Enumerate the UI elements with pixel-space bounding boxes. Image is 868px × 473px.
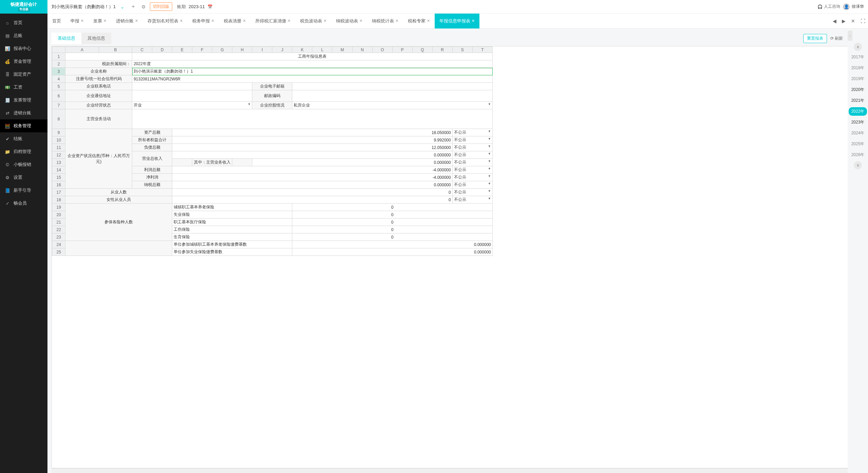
tab-close-icon[interactable]: ✕	[135, 19, 138, 23]
disclose-select[interactable]: 不公示	[452, 189, 492, 196]
cell[interactable]	[65, 53, 132, 60]
col-header[interactable]: B	[99, 47, 132, 53]
cell[interactable]: 0.000000	[292, 241, 493, 248]
holding-select[interactable]: 私营企业	[292, 102, 493, 109]
cell[interactable]	[132, 83, 252, 90]
cell[interactable]	[292, 90, 493, 102]
cell[interactable]	[65, 241, 172, 256]
row-header[interactable]: 21	[52, 219, 65, 226]
year-2018年[interactable]: 2018年	[849, 64, 867, 72]
col-header[interactable]: N	[352, 47, 372, 53]
cell[interactable]: 0	[292, 204, 493, 211]
row-header[interactable]: 10	[52, 136, 65, 144]
subtab-1[interactable]: 其他信息	[81, 33, 111, 44]
disclose-select[interactable]: 不公示	[452, 159, 492, 166]
tab-4[interactable]: 存货别名对照表✕	[143, 14, 188, 29]
tab-0[interactable]: 首页	[47, 14, 66, 29]
sheet-scroll[interactable]: ABCDEFGHIJKLMNOPQRST 1工商年报信息表2税款所属期间：202…	[52, 46, 848, 468]
tab-close-icon[interactable]: ✕	[211, 19, 214, 23]
cell[interactable]	[292, 83, 493, 90]
row-header[interactable]: 15	[52, 174, 65, 181]
year-2025年[interactable]: 2025年	[849, 140, 867, 148]
cell[interactable]: 0	[172, 189, 452, 196]
cell[interactable]: 0.000000	[292, 248, 493, 256]
nav-item-home[interactable]: ⌂首页	[0, 16, 47, 29]
year-2026年[interactable]: 2026年	[849, 151, 867, 159]
nav-item-guide[interactable]: 📘新手引导	[0, 184, 47, 197]
nav-item-tax[interactable]: 🧮税务管理	[0, 119, 47, 132]
nav-item-archive[interactable]: 📁归档管理	[0, 145, 47, 158]
nav-item-ledger[interactable]: ▤总账	[0, 29, 47, 42]
year-2017年[interactable]: 2017年	[849, 53, 867, 61]
cell[interactable]	[132, 109, 493, 129]
tab-2[interactable]: 发票✕	[88, 14, 111, 29]
col-header[interactable]: H	[232, 47, 252, 53]
cell[interactable]: 0	[292, 226, 493, 233]
cell[interactable]: 0	[292, 211, 493, 219]
calendar-icon[interactable]: 📅	[208, 4, 213, 9]
reset-report-button[interactable]: 重置报表	[803, 34, 827, 43]
tab-close-icon[interactable]: ✕	[427, 19, 430, 23]
tab-10[interactable]: 纳税统计表✕	[367, 14, 403, 29]
row-header[interactable]: 19	[52, 204, 65, 211]
col-header[interactable]: S	[452, 47, 472, 53]
fullscreen-icon[interactable]: ⛶	[858, 18, 868, 24]
row-header[interactable]: 2	[52, 60, 65, 68]
year-2022年[interactable]: 2022年	[849, 107, 867, 116]
row-header[interactable]: 11	[52, 144, 65, 151]
nav-item-asset[interactable]: 🗄固定资产	[0, 68, 47, 81]
cell[interactable]: 0.000000	[172, 151, 452, 159]
nav-item-fund[interactable]: 💰资金管理	[0, 55, 47, 68]
tab-close-icon[interactable]: ✕	[323, 19, 327, 23]
cell[interactable]: 0.000000	[172, 181, 452, 189]
tab-close-icon[interactable]: ✕	[472, 19, 475, 23]
col-header[interactable]: F	[192, 47, 212, 53]
disclose-select[interactable]: 不公示	[452, 136, 492, 144]
col-header[interactable]: J	[272, 47, 292, 53]
tab-prev-icon[interactable]: ◀	[830, 18, 839, 24]
old-version-button[interactable]: 切到旧版	[150, 2, 172, 11]
row-header[interactable]: 4	[52, 75, 65, 83]
cell[interactable]	[172, 159, 192, 166]
row-header[interactable]: 9	[52, 129, 65, 136]
row-header[interactable]: 13	[52, 159, 65, 166]
col-header[interactable]: M	[332, 47, 352, 53]
col-header[interactable]: R	[432, 47, 452, 53]
cell[interactable]	[132, 90, 252, 102]
col-header[interactable]: E	[172, 47, 192, 53]
year-2023年[interactable]: 2023年	[849, 118, 867, 127]
year-2024年[interactable]: 2024年	[849, 129, 867, 137]
nav-item-report[interactable]: 📊报表中心	[0, 42, 47, 55]
col-header[interactable]: D	[152, 47, 172, 53]
year-collapse-icon[interactable]: ‹	[848, 31, 852, 41]
cell[interactable]: -4.000000	[172, 166, 452, 174]
row-header[interactable]: 3	[52, 68, 65, 75]
cell[interactable]: 0.000000	[252, 159, 452, 166]
row-header[interactable]: 8	[52, 109, 65, 129]
add-account-button[interactable]: ＋	[129, 3, 137, 10]
disclose-select[interactable]: 不公示	[452, 129, 492, 136]
disclose-select[interactable]: 不公示	[452, 181, 492, 189]
cell[interactable]: 91320811MA7NGR2W6R	[132, 75, 493, 83]
row-header[interactable]: 24	[52, 241, 65, 248]
tab-12[interactable]: 年报信息申报表✕	[435, 14, 479, 29]
row-header[interactable]: 23	[52, 233, 65, 241]
row-header[interactable]: 20	[52, 211, 65, 219]
cell[interactable]: 12.050000	[172, 144, 452, 151]
col-header[interactable]: C	[132, 47, 152, 53]
horizontal-scrollbar[interactable]	[52, 468, 848, 473]
row-header[interactable]: 22	[52, 226, 65, 233]
disclose-select[interactable]: 不公示	[452, 196, 492, 204]
cell[interactable]: -4.000000	[172, 174, 452, 181]
col-header[interactable]	[52, 47, 65, 53]
tab-next-icon[interactable]: ▶	[839, 18, 848, 24]
row-header[interactable]: 1	[52, 53, 65, 60]
nav-item-xiaochang[interactable]: ©小畅报销	[0, 158, 47, 171]
nav-item-invoice[interactable]: 🧾发票管理	[0, 94, 47, 107]
account-settings-icon[interactable]: ⚙	[140, 4, 147, 10]
tab-close-icon[interactable]: ✕	[180, 19, 183, 23]
cell[interactable]: 2022年度	[132, 60, 493, 68]
tab-close-icon[interactable]: ✕	[395, 19, 398, 23]
year-2019年[interactable]: 2019年	[849, 75, 867, 83]
tab-close-all-icon[interactable]: ✕	[848, 18, 858, 24]
